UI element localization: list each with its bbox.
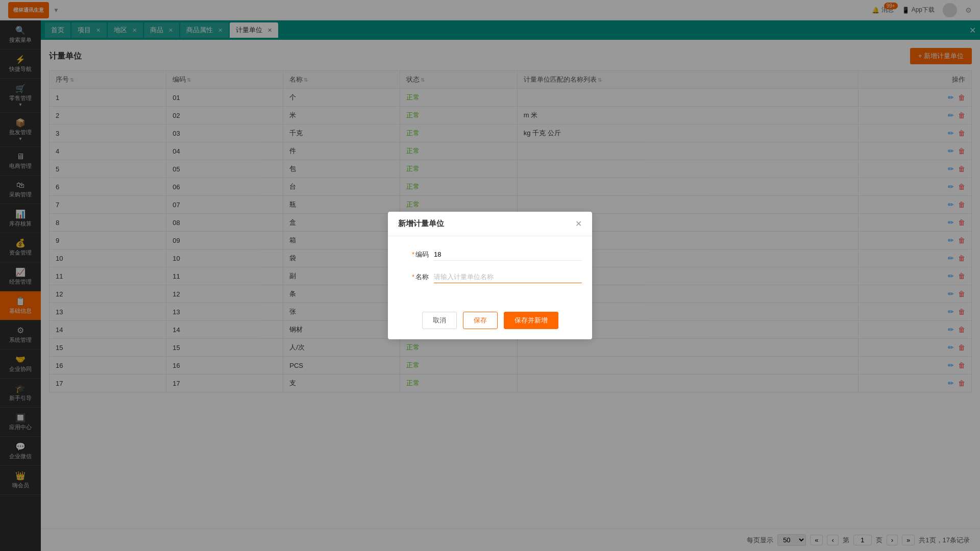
code-label: *编码 xyxy=(398,250,429,259)
modal-overlay[interactable]: 新增计量单位 ✕ *编码 *名称 取消 保存 保存并新增 xyxy=(0,0,980,551)
name-required-star: * xyxy=(412,273,414,281)
modal-title: 新增计量单位 xyxy=(398,219,444,229)
name-input[interactable] xyxy=(434,271,582,283)
name-label: *名称 xyxy=(398,272,429,282)
code-input[interactable] xyxy=(434,248,582,261)
save-button[interactable]: 保存 xyxy=(463,312,498,329)
modal-close-btn[interactable]: ✕ xyxy=(575,219,582,229)
modal-body: *编码 *名称 xyxy=(388,236,592,306)
form-row-code: *编码 xyxy=(398,248,582,261)
code-required-star: * xyxy=(412,251,414,258)
modal-header: 新增计量单位 ✕ xyxy=(388,212,592,236)
save-and-new-button[interactable]: 保存并新增 xyxy=(504,312,558,329)
cancel-button[interactable]: 取消 xyxy=(422,312,457,329)
add-unit-modal: 新增计量单位 ✕ *编码 *名称 取消 保存 保存并新增 xyxy=(388,212,592,339)
form-row-name: *名称 xyxy=(398,271,582,283)
modal-footer: 取消 保存 保存并新增 xyxy=(388,306,592,339)
